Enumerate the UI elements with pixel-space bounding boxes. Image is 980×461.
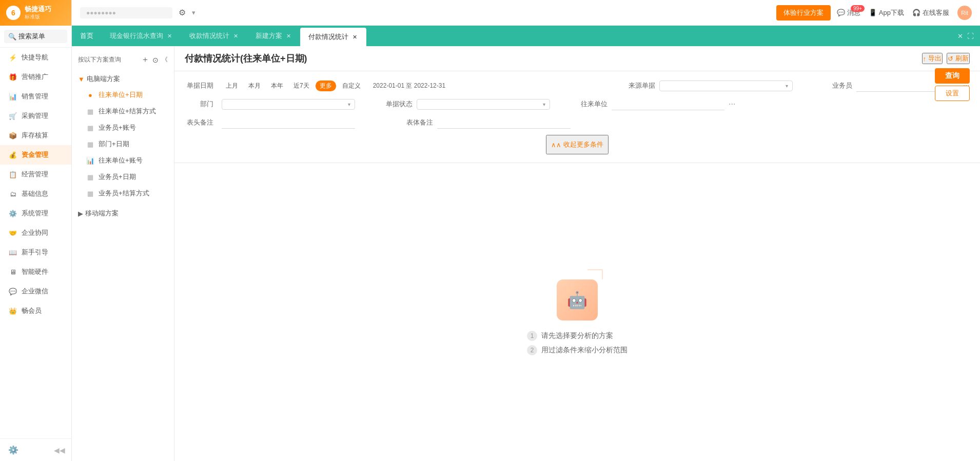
sidebar-item-cooperation[interactable]: 🤝 企业协同 [0,223,71,243]
dept-select[interactable]: ▾ [222,99,355,110]
tab-payment-stats[interactable]: 付款情况统计 ✕ [300,28,366,46]
robot-icon: 🤖 [557,279,598,320]
refresh-icon: ↺ [948,55,953,63]
desktop-scheme-collapse-icon: ▼ [78,75,85,83]
date-btn-last7[interactable]: 近7天 [289,80,313,92]
body-note-input[interactable] [437,116,571,129]
online-service-button[interactable]: 🎧 在线客服 [912,8,949,17]
tab-new-scheme[interactable]: 新建方案 ✕ [247,26,300,46]
tab-home[interactable]: 首页 [72,26,102,46]
export-button[interactable]: ↑ 导出 [922,53,943,64]
page-header-actions: ↑ 导出 ↺ 刷新 [922,53,970,64]
mobile-scheme-label: 移动端方案 [85,209,119,218]
quick-nav-icon: ⚡ [8,53,17,62]
finance-icon: 💰 [8,150,17,159]
sidebar-settings-button[interactable]: ⚙️ [6,443,21,457]
scheme-item-counterparty-settlement[interactable]: ▦ 往来单位+结算方式 [72,103,174,119]
export-icon: ↑ [923,55,927,63]
sidebar-item-inventory[interactable]: 📦 库存核算 [0,126,71,145]
guide-icon: 📖 [8,248,17,257]
counterparty-label: 往来单位 [579,99,607,109]
date-btn-last-month[interactable]: 上月 [222,80,242,92]
counterparty-dots[interactable]: ··· [729,99,735,109]
add-scheme-button[interactable]: ＋ [141,54,149,65]
counterparty-input[interactable] [612,98,724,110]
header-note-input[interactable] [222,116,355,129]
tabs-right-actions: ✕ ⛶ [957,32,980,40]
user-avatar[interactable]: Rit [957,6,972,20]
scheme-icon: ▦ [86,140,94,148]
scheme-item-salesperson-account[interactable]: ▦ 业务员+账号 [72,119,174,136]
empty-state: 🤖 1 请先选择要分析的方案 2 用过滤条件来缩小分析范围 [174,163,980,461]
sidebar-item-member[interactable]: 👑 畅会员 [0,301,71,320]
source-doc-select[interactable]: ▾ [659,81,793,91]
date-btn-more[interactable]: 更多 [316,81,336,91]
scheme-active-icon: ● [86,91,94,99]
scheme-settings-button[interactable]: ⊙ [152,56,159,64]
panel-collapse-button[interactable]: 《 [162,55,168,64]
date-range-display: 2022-01-01 至 2022-12-31 [373,82,445,90]
messages-button[interactable]: 💬 消息 99+ [837,8,860,17]
scheme-item-dept-date[interactable]: ▦ 部门+日期 [72,136,174,152]
sidebar-item-operations[interactable]: 📋 经营管理 [0,165,71,184]
sidebar-item-sales[interactable]: 📊 销售管理 [0,87,71,106]
mobile-scheme-group-title[interactable]: ▶ 移动端方案 [72,206,174,221]
sidebar-item-system[interactable]: ⚙️ 系统管理 [0,204,71,223]
left-panel-header: 按以下方案查询 ＋ ⊙ 《 [72,50,174,69]
desktop-scheme-group: ▼ 电脑端方案 ● 往来单位+日期 ▦ 往来单位+结算方式 ▦ 业务员+账号 ▦ [72,69,174,204]
sidebar-item-label: 智能硬件 [22,267,48,276]
app-download-button[interactable]: 📱 App下载 [869,8,904,17]
tabs-expand-icon[interactable]: ⛶ [967,32,974,40]
sidebar-item-hardware[interactable]: 🖥 智能硬件 [0,262,71,282]
query-button[interactable]: 查询 [935,68,970,84]
filter-row-3: 表头备注 表体备注 [185,116,970,129]
filter-area: 单据日期 上月 本月 本年 近7天 更多 自定义 2022-01-01 至 20… [174,71,980,163]
collapse-filter-button[interactable]: ∧∧ 收起更多条件 [546,135,609,154]
sidebar-footer: ⚙️ ◀◀ [0,438,71,461]
sidebar-item-basic-info[interactable]: 🗂 基础信息 [0,184,71,204]
date-btn-this-year[interactable]: 本年 [267,80,287,92]
sidebar-search[interactable]: 🔍 搜索菜单 [0,26,71,48]
settings-button[interactable]: 设置 [935,86,970,101]
scheme-item-salesperson-date[interactable]: ▦ 业务员+日期 [72,169,174,185]
sidebar-item-label: 资金管理 [22,150,48,159]
collapse-icon: ∧∧ [551,141,561,149]
sidebar-item-label: 基础信息 [22,189,48,198]
tab-bank-flow-close[interactable]: ✕ [166,32,173,41]
sidebar-item-finance[interactable]: 💰 资金管理 [0,145,71,165]
sidebar-item-quick-nav[interactable]: ⚡ 快捷导航 [0,48,71,67]
sidebar-collapse-button[interactable]: ◀◀ [54,446,65,454]
sidebar-item-guide[interactable]: 📖 新手引导 [0,243,71,262]
date-btn-this-month[interactable]: 本月 [244,80,265,92]
date-btn-custom[interactable]: 自定义 [338,80,365,92]
scheme-item-counterparty-date[interactable]: ● 往来单位+日期 [72,87,174,103]
tabs-close-icon[interactable]: ✕ [957,32,963,40]
filter-row-2: 部门 ▾ 单据状态 ▾ 往来单位 [185,98,970,110]
body-note-label: 表体备注 [404,118,433,127]
desktop-scheme-label: 电脑端方案 [87,74,120,84]
tab-bank-flow[interactable]: 现金银行流水查询 ✕ [102,26,181,46]
empty-content: 🤖 1 请先选择要分析的方案 2 用过滤条件来缩小分析范围 [527,269,628,355]
tab-receivable-stats[interactable]: 收款情况统计 ✕ [181,26,247,46]
sidebar-item-purchase[interactable]: 🛒 采购管理 [0,106,71,126]
inventory-icon: 📦 [8,131,17,140]
tab-new-scheme-close[interactable]: ✕ [285,32,292,41]
left-panel: 按以下方案查询 ＋ ⊙ 《 ▼ 电脑端方案 ● 往来单位+日期 ▦ [72,46,174,461]
tab-receivable-stats-close[interactable]: ✕ [232,32,239,41]
sidebar-item-wechat[interactable]: 💬 企业微信 [0,282,71,301]
doc-status-select[interactable]: ▾ [417,99,550,110]
mobile-scheme-expand-icon: ▶ [78,210,83,217]
tab-payment-stats-close[interactable]: ✕ [351,33,358,42]
address-text: ●●●●●●●● [80,7,172,18]
decoration-lines [587,269,603,279]
sidebar-item-marketing[interactable]: 🎁 营销推广 [0,67,71,87]
scheme-item-salesperson-settlement[interactable]: ▦ 业务员+结算方式 [72,185,174,202]
scheme-item-counterparty-account[interactable]: 📊 往来单位+账号 [72,152,174,169]
right-panel: 付款情况统计(往来单位+日期) ↑ 导出 ↺ 刷新 单据日期 [174,46,980,461]
desktop-scheme-group-title[interactable]: ▼ 电脑端方案 [72,71,174,87]
scheme-icon: ▦ [86,107,94,115]
sidebar-item-label: 企业协同 [22,228,48,237]
industry-scheme-button[interactable]: 体验行业方案 [776,5,831,21]
refresh-button[interactable]: ↺ 刷新 [947,53,970,64]
topbar-gear-button[interactable]: ⚙ [177,6,188,19]
